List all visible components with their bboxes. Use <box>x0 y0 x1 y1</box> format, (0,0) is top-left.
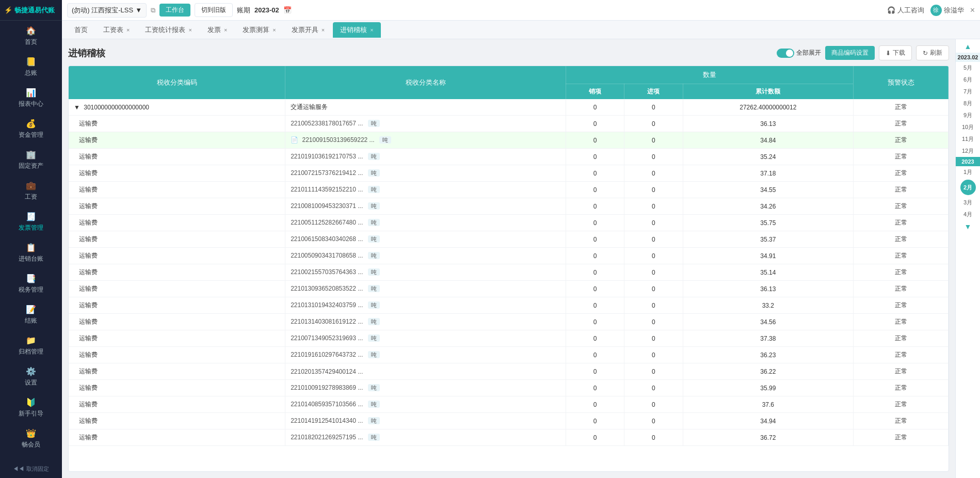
table-row[interactable]: 运输费 2210191610297643732 ... 吨 0 0 36.23 … <box>69 347 949 363</box>
tab-close-payroll[interactable]: × <box>126 27 130 33</box>
sidebar-item-tax[interactable]: 📑税务管理 <box>0 268 62 299</box>
calendar-icon[interactable]: 📅 <box>283 6 292 14</box>
service-link[interactable]: 🎧 人工咨询 <box>887 6 924 15</box>
table-row[interactable]: 运输费 2210052338178017657 ... 吨 0 0 36.13 … <box>69 116 949 132</box>
tabbar: 首页工资表×工资统计报表×发票×发票测算×发票开具×进销稽核× <box>62 21 980 39</box>
company-selector[interactable]: (勿动) 江西报宝-LSS ▼ <box>67 3 147 18</box>
child-purchase: 0 <box>624 281 683 297</box>
right-panel-month-current[interactable]: 2月 <box>960 180 976 195</box>
child-sales: 0 <box>566 116 624 132</box>
scroll-down-button[interactable]: ▼ <box>956 220 980 233</box>
toggle-track[interactable] <box>777 49 794 58</box>
child-name: 运输费 <box>69 116 285 132</box>
table-row[interactable]: 运输费 2210191036192170753 ... 吨 0 0 35.24 … <box>69 149 949 165</box>
sidebar-icon-ledger: 📒 <box>26 57 36 67</box>
table-row[interactable]: 运输费 2210050903431708658 ... 吨 0 0 34.91 … <box>69 248 949 264</box>
child-sales: 0 <box>566 413 624 429</box>
table-row[interactable]: 运输费 2210131403081619122 ... 吨 0 0 34.56 … <box>69 314 949 330</box>
sidebar-item-fixed-assets[interactable]: 🏢固定资产 <box>0 145 62 176</box>
sidebar-item-home[interactable]: 🏠首页 <box>0 21 62 52</box>
right-panel-month[interactable]: 11月 <box>961 133 975 145</box>
table-row[interactable]: 运输费 2210081009453230371 ... 吨 0 0 34.26 … <box>69 198 949 215</box>
right-panel-month-current[interactable]: 4月 <box>960 209 976 220</box>
sidebar-item-member[interactable]: 👑畅会员 <box>0 423 62 454</box>
pin-toggle[interactable]: ◀◀ 取消固定 <box>0 460 62 478</box>
sidebar-item-settings[interactable]: ⚙️设置 <box>0 361 62 392</box>
tab-payroll-stats[interactable]: 工资统计报表× <box>138 22 199 38</box>
sidebar-label-payroll: 工资 <box>25 193 37 201</box>
expand-toggle[interactable]: 全部展开 <box>777 49 821 58</box>
right-panel-month-current[interactable]: 1月 <box>960 166 976 178</box>
table-row[interactable]: 运输费 2210111143592152210 ... 吨 0 0 34.55 … <box>69 182 949 198</box>
sidebar-icon-capital: 💰 <box>26 119 36 129</box>
close-window-button[interactable]: × <box>970 6 975 15</box>
tab-invoice-calc[interactable]: 发票测算× <box>235 22 283 38</box>
refresh-button[interactable]: ↻ 刷新 <box>916 45 949 60</box>
table-row[interactable]: 运输费 2210021557035764363 ... 吨 0 0 35.14 … <box>69 264 949 281</box>
sidebar-item-archive[interactable]: 📁归档管理 <box>0 330 62 361</box>
sidebar-item-settlement[interactable]: 📝结账 <box>0 299 62 330</box>
child-cumulative: 33.2 <box>683 297 853 314</box>
sidebar-item-invoice-mgmt[interactable]: 🧾发票管理 <box>0 206 62 237</box>
child-sales: 0 <box>566 231 624 248</box>
expand-icon[interactable]: ▼ <box>74 104 80 111</box>
scroll-up-button[interactable]: ▲ <box>956 40 980 53</box>
table-row[interactable]: 运输费 2210061508340340268 ... 吨 0 0 35.37 … <box>69 231 949 248</box>
tab-close-invoice-open[interactable]: × <box>322 27 325 33</box>
right-panel-month[interactable]: 9月 <box>961 109 975 121</box>
child-invoice: 2210191610297643732 ... 吨 <box>285 347 566 363</box>
sidebar-item-payroll[interactable]: 💼工资 <box>0 176 62 206</box>
table-row[interactable]: 运输费 2210071349052319693 ... 吨 0 0 37.38 … <box>69 330 949 347</box>
table-row[interactable]: 运输费 2210182021269257195 ... 吨 0 0 36.72 … <box>69 429 949 446</box>
sidebar-icon-payroll: 💼 <box>26 181 36 190</box>
child-purchase: 0 <box>624 132 683 149</box>
child-sales: 0 <box>566 314 624 330</box>
right-panel-month[interactable]: 5月 <box>961 62 975 74</box>
right-panel-month-current[interactable]: 3月 <box>960 197 976 209</box>
sidebar-item-reports[interactable]: 📊报表中心 <box>0 83 62 114</box>
child-cumulative: 34.84 <box>683 132 853 149</box>
table-row[interactable]: 运输费 2210201357429400124 ... 0 0 36.22 正常 <box>69 363 949 380</box>
table-row[interactable]: 运输费 2210072157376219412 ... 吨 0 0 37.18 … <box>69 165 949 182</box>
copy-icon[interactable]: ⧉ <box>151 6 155 14</box>
table-row[interactable]: 运输费 2210100919278983869 ... 吨 0 0 35.99 … <box>69 380 949 396</box>
workbench-button[interactable]: 工作台 <box>159 4 190 17</box>
child-cumulative: 37.18 <box>683 165 853 182</box>
sidebar-item-ledger[interactable]: 📒总账 <box>0 52 62 83</box>
tab-home[interactable]: 首页 <box>67 22 95 38</box>
right-panel-month[interactable]: 7月 <box>961 86 975 98</box>
table-row[interactable]: 运输费 2210141912541014340 ... 吨 0 0 34.94 … <box>69 413 949 429</box>
tab-reconcile[interactable]: 进销稽核× <box>333 22 380 38</box>
data-table-container: 税收分类编码 税收分类名称 数量 预警状态 销项 进项 累计数额 ▼ <box>68 66 949 472</box>
sidebar-item-purchase-sales[interactable]: 📋进销台账 <box>0 237 62 268</box>
child-name: 运输费 <box>69 413 285 429</box>
tab-payroll[interactable]: 工资表× <box>96 22 137 38</box>
tab-invoice[interactable]: 发票× <box>200 22 234 38</box>
table-row[interactable]: 运输费 📄 2210091503139659222 ... 吨 0 0 34.8… <box>69 132 949 149</box>
sidebar-item-guide[interactable]: 🔰新手引导 <box>0 392 62 423</box>
right-panel-month[interactable]: 8月 <box>961 98 975 109</box>
table-row[interactable]: 运输费 2210131019432403759 ... 吨 0 0 33.2 正… <box>69 297 949 314</box>
switch-version-button[interactable]: 切到旧版 <box>195 3 233 17</box>
period-label: 账期 2023-02 📅 <box>237 6 292 15</box>
tab-close-reconcile[interactable]: × <box>370 27 373 33</box>
download-button[interactable]: ⬇ 下载 <box>879 45 912 60</box>
right-panel-month[interactable]: 6月 <box>961 74 975 86</box>
table-row[interactable]: 运输费 2210051125282667480 ... 吨 0 0 35.75 … <box>69 215 949 231</box>
table-row[interactable]: 运输费 2210130936520853522 ... 吨 0 0 36.13 … <box>69 281 949 297</box>
sidebar-item-capital[interactable]: 💰资金管理 <box>0 114 62 145</box>
child-cumulative: 36.13 <box>683 116 853 132</box>
child-cumulative: 37.6 <box>683 396 853 413</box>
table-row[interactable]: ▼ 3010000000000000000 交通运输服务 0 0 27262.4… <box>69 99 949 116</box>
right-panel-month[interactable]: 10月 <box>961 121 975 133</box>
child-invoice: 2210071349052319693 ... 吨 <box>285 330 566 347</box>
tab-close-invoice[interactable]: × <box>224 27 227 33</box>
user-menu[interactable]: 徐 徐溢华 <box>930 5 964 16</box>
tab-invoice-open[interactable]: 发票开具× <box>284 22 332 38</box>
right-panel-month[interactable]: 12月 <box>961 145 975 157</box>
tab-close-payroll-stats[interactable]: × <box>188 27 191 33</box>
tab-close-invoice-calc[interactable]: × <box>272 27 276 33</box>
unit-badge: 吨 <box>368 120 380 127</box>
goods-code-button[interactable]: 商品编码设置 <box>825 46 875 60</box>
table-row[interactable]: 运输费 2210140859357103566 ... 吨 0 0 37.6 正… <box>69 396 949 413</box>
